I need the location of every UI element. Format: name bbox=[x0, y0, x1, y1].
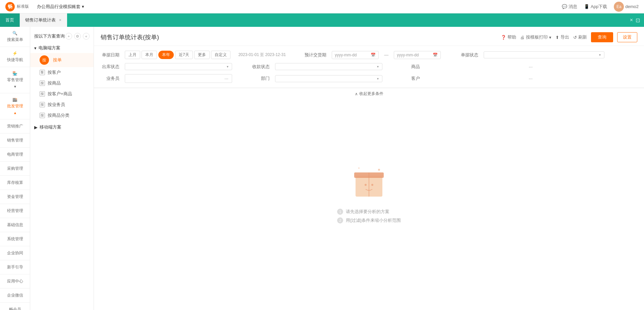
staff-plan-icon: 按 bbox=[40, 102, 45, 107]
download-icon: 📱 bbox=[584, 4, 589, 9]
plan-item-by-cust-prod[interactable]: 按 按客户+商品 bbox=[30, 89, 94, 99]
sidebar-item-finance[interactable]: 资金管理 bbox=[0, 190, 30, 204]
maximize-button[interactable]: ⊡ bbox=[636, 17, 640, 23]
goods-label: 商品 bbox=[401, 64, 420, 70]
help-button[interactable]: ❓ 帮助 bbox=[501, 34, 516, 40]
sidebar-item-purchase[interactable]: 采购管理 bbox=[0, 162, 30, 176]
plan-item-by-order[interactable]: 按 按单 bbox=[30, 53, 94, 67]
sidebar-item-basic[interactable]: 基础信息 bbox=[0, 218, 30, 232]
plan-item-by-product[interactable]: 按 按商品 bbox=[30, 78, 94, 89]
sidebar-item-marketing[interactable]: 营销推广 bbox=[0, 119, 30, 134]
empty-state: 1 请先选择要分析的方案 2 用[过滤]条件来缩小分析范围 bbox=[94, 99, 644, 310]
query-button[interactable]: 查询 bbox=[591, 32, 613, 42]
refresh-button[interactable]: ↺ 刷新 bbox=[573, 34, 587, 40]
payment-select[interactable]: ▾ bbox=[275, 63, 382, 70]
payment-label: 收款状态 bbox=[251, 64, 270, 70]
shipment-select[interactable]: ▾ bbox=[125, 63, 232, 70]
status-label: 单据状态 bbox=[460, 52, 478, 58]
sidebar-item-wechat[interactable]: 企业微信 bbox=[0, 289, 30, 303]
date-btn-7days[interactable]: 近7天 bbox=[175, 51, 193, 59]
sidebar-item-operation[interactable]: 经营管理 bbox=[0, 204, 30, 218]
mobile-section-chevron: ▶ bbox=[34, 125, 38, 130]
sidebar-item-inventory[interactable]: 库存核算 bbox=[0, 176, 30, 190]
product-plan-icon: 按 bbox=[40, 81, 45, 86]
ecommerce-label: 电商管理 bbox=[7, 152, 23, 157]
main-layout: 🔍 搜索菜单 ⚡ 快捷导航 🏪 零售管理 ▾ 🏬 批发管理 ▴ 营销推广 销售管… bbox=[0, 27, 644, 310]
page-title: 销售订单统计表(按单) bbox=[101, 33, 159, 41]
sales-label: 销售管理 bbox=[7, 138, 23, 143]
dept-select[interactable]: ▾ bbox=[275, 75, 382, 82]
customer-plan-icon: 客 bbox=[40, 70, 45, 75]
payment-chevron: ▾ bbox=[377, 65, 379, 68]
staff-more-icon[interactable]: ··· bbox=[224, 76, 228, 81]
pc-section-header[interactable]: ▾ 电脑端方案 bbox=[30, 43, 94, 53]
left-panel-title: 按以下方案查询 bbox=[34, 33, 65, 39]
nav-tabs: 首页 销售订单统计表 × × ⊡ bbox=[0, 13, 644, 27]
date-btn-more[interactable]: 更多 bbox=[194, 51, 210, 59]
sidebar-item-ecommerce[interactable]: 电商管理 bbox=[0, 148, 30, 162]
wholesale-chevron: ▴ bbox=[14, 110, 16, 115]
retail-icon: 🏪 bbox=[12, 71, 17, 76]
tab-sales-order-stats[interactable]: 销售订单统计表 × bbox=[20, 13, 67, 27]
date-label: 单据日期 bbox=[101, 52, 119, 58]
refresh-icon: ↺ bbox=[573, 35, 577, 40]
settings-button[interactable]: 设置 bbox=[617, 32, 637, 42]
date-btn-this-month[interactable]: 本月 bbox=[142, 51, 157, 59]
download-button[interactable]: 📱 App下载 bbox=[584, 4, 607, 10]
sidebar-item-sales[interactable]: 销售管理 bbox=[0, 134, 30, 148]
app-selector[interactable]: 办公用品行业模拟账套 ▾ bbox=[37, 4, 84, 10]
sidebar-item-member[interactable]: 畅会员 bbox=[0, 303, 30, 310]
collapse-panel-button[interactable]: « bbox=[83, 33, 90, 40]
add-plan-button[interactable]: + bbox=[65, 33, 72, 40]
tab-home[interactable]: 首页 bbox=[0, 13, 20, 27]
sidebar-item-cooperation[interactable]: 企业协同 bbox=[0, 246, 30, 260]
page-title-text: 销售订单统计表(按单) bbox=[101, 34, 159, 41]
svg-point-5 bbox=[358, 167, 360, 169]
date-btn-this-year[interactable]: 本年 bbox=[158, 51, 174, 59]
template-print-button[interactable]: 🖨 按模板打印 ▾ bbox=[520, 34, 551, 40]
date-btn-last-month[interactable]: 上月 bbox=[125, 51, 140, 59]
sidebar-item-apps[interactable]: 应用中心 bbox=[0, 274, 30, 289]
filter-row-3: 业务员 ··· 部门 ▾ 客户 ··· bbox=[101, 74, 637, 83]
operation-label: 经营管理 bbox=[7, 208, 23, 214]
sidebar-quicknav-label: 快捷导航 bbox=[7, 57, 23, 63]
shipment-chevron: ▾ bbox=[227, 65, 228, 68]
user-button[interactable]: Ea demo2 bbox=[614, 2, 639, 12]
shipment-label: 出库状态 bbox=[101, 64, 119, 70]
message-icon: 💬 bbox=[562, 4, 567, 9]
sidebar-item-wholesale[interactable]: 🏬 批发管理 ▴ bbox=[0, 93, 30, 119]
expected-date-from-input[interactable]: yyyy-mm-dd 📅 bbox=[332, 51, 379, 59]
sidebar-quicknav[interactable]: ⚡ 快捷导航 bbox=[0, 47, 30, 67]
plan-item-by-category[interactable]: 按 按商品分类 bbox=[30, 110, 94, 121]
nav-tab-actions: × ⊡ bbox=[630, 17, 644, 23]
customer-label: 客户 bbox=[401, 75, 420, 82]
sidebar: 🔍 搜索菜单 ⚡ 快捷导航 🏪 零售管理 ▾ 🏬 批发管理 ▴ 营销推广 销售管… bbox=[0, 27, 30, 310]
plan-item-by-customer[interactable]: 客 按客户 bbox=[30, 67, 94, 78]
sidebar-search[interactable]: 🔍 搜索菜单 bbox=[0, 27, 30, 47]
tab-close-icon[interactable]: × bbox=[59, 18, 61, 22]
message-button[interactable]: 💬 消息 bbox=[562, 4, 577, 10]
mobile-section-label: 移动端方案 bbox=[40, 124, 61, 130]
dept-chevron: ▾ bbox=[377, 77, 379, 81]
sidebar-item-retail[interactable]: 🏪 零售管理 ▾ bbox=[0, 67, 30, 93]
left-panel-actions: + ⚙ « bbox=[65, 33, 90, 40]
page-header: 销售订单统计表(按单) ❓ 帮助 🖨 按模板打印 ▾ ⬆ 导出 bbox=[94, 27, 644, 46]
plan-item-by-staff[interactable]: 按 按业务员 bbox=[30, 99, 94, 110]
export-button[interactable]: ⬆ 导出 bbox=[555, 34, 569, 40]
sidebar-item-system[interactable]: 系统管理 bbox=[0, 232, 30, 246]
logo-icon: 畅 bbox=[5, 2, 15, 11]
expected-date-to-input[interactable]: yyyy-mm-dd 📅 bbox=[394, 51, 441, 59]
mobile-section[interactable]: ▶ 移动端方案 bbox=[30, 122, 94, 132]
customer-more-icon[interactable]: ··· bbox=[529, 76, 533, 81]
user-avatar: Ea bbox=[614, 2, 624, 12]
finance-label: 资金管理 bbox=[7, 194, 23, 200]
date-btn-custom[interactable]: 自定义 bbox=[211, 51, 230, 59]
setting-plan-button[interactable]: ⚙ bbox=[74, 33, 81, 40]
filter-area: 单据日期 上月 本月 本年 近7天 更多 自定义 2023-01-01 至 20… bbox=[94, 46, 644, 88]
sidebar-item-newbie[interactable]: 新手引导 bbox=[0, 260, 30, 274]
minimize-button[interactable]: × bbox=[630, 17, 633, 23]
collapse-bar[interactable]: ∧ 收起更多条件 bbox=[94, 88, 644, 99]
goods-more-icon[interactable]: ··· bbox=[529, 64, 533, 69]
sidebar-wholesale-label: 批发管理 bbox=[7, 103, 23, 109]
status-select[interactable]: ▾ bbox=[484, 51, 604, 58]
